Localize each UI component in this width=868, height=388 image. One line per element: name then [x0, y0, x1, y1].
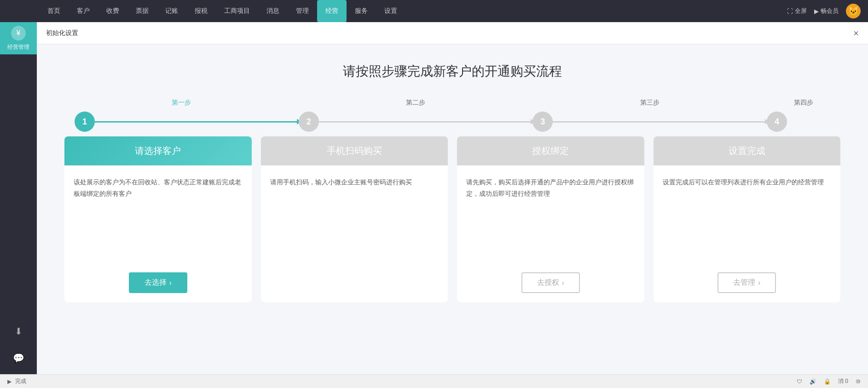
step-line-3 — [553, 121, 767, 123]
step-card-2: 手机扫码购买 请用手机扫码，输入小微企业主账号密码进行购买 — [261, 136, 448, 302]
go-manage-label: 去管理 — [733, 278, 755, 288]
nav-fuwu[interactable]: 服务 — [347, 0, 376, 22]
page-title: 请按照步骤完成新客户的开通购买流程 — [64, 63, 840, 80]
fullscreen-icon: ⛶ — [787, 8, 793, 15]
step-label-4: 第四步 — [794, 99, 813, 107]
step-label-2: 第二步 — [406, 99, 425, 107]
nav-xiaoxi[interactable]: 消息 — [258, 0, 288, 22]
step-label-1: 第一步 — [172, 99, 191, 107]
fullscreen-label: 全屏 — [795, 7, 807, 15]
sidebar: ¥ 经营管理 ⬇ 💬 — [0, 0, 37, 388]
nav-right: ⛶ 全屏 ▶ 畅会员 🐱 — [787, 4, 861, 18]
nav-kehu[interactable]: 客户 — [69, 0, 98, 22]
step-card-1: 请选择客户 该处展示的客户为不在回收站、客户状态正常建账后完成老板端绑定的所有客… — [64, 136, 252, 302]
status-text: 完成 — [15, 377, 26, 385]
jingying-icon: ¥ — [11, 26, 26, 41]
member-icon: ▶ — [814, 8, 819, 15]
fullscreen-btn[interactable]: ⛶ 全屏 — [787, 7, 807, 15]
sidebar-item-label: 经营管理 — [7, 43, 29, 51]
step-wrapper-4: 第四步 4 — [767, 99, 840, 132]
steps-indicator: 第一步 1 第二步 2 — [64, 99, 840, 132]
card-header-4: 设置完成 — [654, 136, 841, 165]
step-circle-4: 4 — [767, 112, 787, 132]
top-nav: 首页 客户 收费 票据 记账 报税 工商项目 消息 管理 经营 服务 设置 ⛶ … — [0, 0, 868, 22]
page-body: 请按照步骤完成新客户的开通购买流程 第一步 1 第二步 2 — [37, 44, 868, 374]
chat-icon[interactable]: 💬 — [0, 347, 37, 370]
nav-shezhi[interactable]: 设置 — [376, 0, 405, 22]
nav-jingying[interactable]: 经营 — [317, 0, 347, 22]
close-button[interactable]: × — [853, 28, 859, 38]
version-badge: ⑩ — [856, 378, 861, 385]
go-authorize-button[interactable]: 去授权 › — [521, 272, 580, 293]
card-footer-1: 去选择 › — [64, 263, 252, 302]
card-title-4: 设置完成 — [729, 146, 765, 156]
nav-shoufei[interactable]: 收费 — [98, 0, 127, 22]
step-circle-row-3: 3 — [532, 112, 767, 132]
step-card-4: 设置完成 设置完成后可以在管理列表进行所有企业用户的经营管理 去管理 › — [654, 136, 841, 302]
go-select-button[interactable]: 去选择 › — [129, 272, 187, 293]
card-title-2: 手机扫码购买 — [327, 146, 382, 156]
lock-icon: 🔒 — [824, 378, 831, 385]
breadcrumb-bar: 初始化设置 × — [37, 22, 868, 44]
sidebar-item-jingying[interactable]: ¥ 经营管理 — [0, 22, 37, 54]
status-bar-left: ▶ 完成 — [7, 377, 26, 385]
step-circle-1: 1 — [75, 112, 95, 132]
nav-gongshang[interactable]: 工商项目 — [216, 0, 258, 22]
card-header-3: 授权绑定 — [457, 136, 644, 165]
step-wrapper-1: 第一步 1 — [64, 99, 299, 132]
status-bar: ▶ 完成 🛡 🔊 🔒 消 0 ⑩ — [0, 374, 868, 388]
nav-piaoju[interactable]: 票据 — [127, 0, 157, 22]
card-footer-4: 去管理 › — [654, 263, 841, 302]
status-bar-right: 🛡 🔊 🔒 消 0 ⑩ — [797, 377, 861, 385]
step-circle-3: 3 — [532, 112, 553, 132]
go-authorize-arrow: › — [562, 279, 564, 287]
nav-baoshui[interactable]: 报税 — [186, 0, 216, 22]
go-select-arrow: › — [169, 279, 172, 287]
member-label: 畅会员 — [821, 7, 839, 15]
step-line-2 — [319, 121, 533, 123]
card-footer-2 — [261, 284, 448, 302]
cards-row: 请选择客户 该处展示的客户为不在回收站、客户状态正常建账后完成老板端绑定的所有客… — [64, 136, 840, 302]
member-btn[interactable]: ▶ 畅会员 — [814, 7, 839, 15]
step-card-3: 授权绑定 请先购买，购买后选择开通的产品中的企业用户进行授权绑定，成功后即可进行… — [457, 136, 644, 302]
volume-icon: 🔊 — [810, 378, 816, 385]
nav-items: 首页 客户 收费 票据 记账 报税 工商项目 消息 管理 经营 服务 设置 — [39, 0, 787, 22]
play-icon: ▶ — [7, 378, 12, 385]
card-body-2: 请用手机扫码，输入小微企业主账号密码进行购买 — [261, 165, 448, 284]
card-title-1: 请选择客户 — [135, 146, 181, 156]
card-title-3: 授权绑定 — [532, 146, 569, 156]
message-count: 消 0 — [838, 377, 848, 385]
card-body-4: 设置完成后可以在管理列表进行所有企业用户的经营管理 — [654, 165, 841, 263]
nav-guanli[interactable]: 管理 — [288, 0, 317, 22]
card-header-2: 手机扫码购买 — [261, 136, 448, 165]
card-footer-3: 去授权 › — [457, 263, 644, 302]
shield-icon: 🛡 — [797, 378, 802, 385]
step-line-1 — [95, 121, 299, 123]
go-authorize-label: 去授权 — [537, 278, 559, 288]
step-label-3: 第三步 — [640, 99, 660, 107]
go-manage-arrow: › — [758, 279, 760, 287]
breadcrumb: 初始化设置 — [46, 29, 78, 37]
nav-jizhang[interactable]: 记账 — [157, 0, 186, 22]
download-icon[interactable]: ⬇ — [0, 320, 37, 343]
step-circle-row-4: 4 — [767, 112, 840, 132]
step-circle-row-1: 1 — [64, 112, 299, 132]
go-select-label: 去选择 — [145, 278, 167, 288]
step-circle-row-2: 2 — [299, 112, 533, 132]
step-circle-2: 2 — [299, 112, 319, 132]
card-body-3: 请先购买，购买后选择开通的产品中的企业用户进行授权绑定，成功后即可进行经营管理 — [457, 165, 644, 263]
card-body-1: 该处展示的客户为不在回收站、客户状态正常建账后完成老板端绑定的所有客户 — [64, 165, 252, 263]
card-header-1: 请选择客户 — [64, 136, 252, 165]
avatar[interactable]: 🐱 — [846, 4, 861, 18]
step-wrapper-3: 第三步 3 — [532, 99, 767, 132]
nav-shouye[interactable]: 首页 — [39, 0, 69, 22]
go-manage-button[interactable]: 去管理 › — [718, 272, 776, 293]
step-wrapper-2: 第二步 2 — [299, 99, 533, 132]
